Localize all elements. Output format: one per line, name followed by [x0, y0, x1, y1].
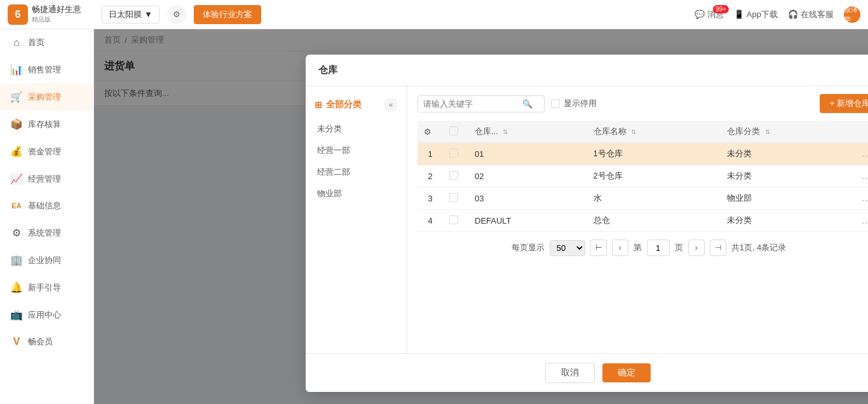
online-service-item[interactable]: 🎧 在线客服	[788, 9, 834, 20]
search-input[interactable]	[423, 99, 519, 109]
sort-icon-code: ⇅	[503, 128, 508, 135]
user-profile[interactable]: 徐泽华	[844, 6, 860, 23]
trial-button[interactable]: 体验行业方案	[194, 5, 261, 24]
gear-button[interactable]: ⚙	[167, 5, 186, 24]
main-content: 首页 / 采购管理 进货单 🖨 打印 导出 ↻ 刷新 查询 设置	[94, 29, 868, 404]
row-code: 01	[468, 143, 587, 165]
row-select-checkbox[interactable]	[449, 171, 458, 180]
category-item-dept2[interactable]: 经营二部	[306, 161, 407, 183]
avatar: 徐泽华	[844, 6, 860, 23]
show-disabled-option[interactable]: 显示停用	[551, 98, 597, 109]
row-more[interactable]: …	[855, 165, 868, 187]
sidebar-item-system[interactable]: ⚙ 系统管理	[0, 219, 93, 246]
more-icon[interactable]: …	[861, 215, 868, 226]
col-category: 仓库分类 ⇅	[721, 121, 855, 143]
store-select[interactable]: 日太阳膜 ▼	[102, 6, 159, 24]
row-category: 未分类	[721, 165, 855, 187]
category-all[interactable]: ⊞ 全部分类	[315, 99, 362, 111]
sidebar-item-basic-info[interactable]: EA 基础信息	[0, 192, 93, 219]
sort-icon-category: ⇅	[765, 128, 770, 135]
col-code: 仓库... ⇅	[468, 121, 587, 143]
row-checkbox[interactable]	[443, 143, 468, 165]
row-code: 03	[468, 187, 587, 210]
modal-title: 仓库	[318, 64, 337, 76]
member-icon: V	[10, 336, 23, 347]
row-checkbox[interactable]	[443, 165, 468, 187]
cancel-button[interactable]: 取消	[545, 363, 595, 383]
sidebar-item-operations[interactable]: 📈 经营管理	[0, 165, 93, 192]
category-item-dept1[interactable]: 经营一部	[306, 140, 407, 161]
warehouse-table: ⚙ 仓库... ⇅ 仓库名称	[417, 121, 868, 232]
modal-header: 仓库 ×	[306, 55, 868, 86]
finance-icon: 💰	[10, 145, 23, 158]
next-page-button[interactable]: ›	[688, 239, 705, 256]
prev-page-button[interactable]: ‹	[612, 239, 628, 256]
last-page-button[interactable]: ⊣	[710, 239, 726, 256]
settings-icon: ⚙	[424, 127, 431, 137]
modal-body: ⊞ 全部分类 « 未分类 经营一部 经营二部 物业部	[306, 86, 868, 353]
col-settings: ⚙	[417, 121, 443, 143]
sidebar-item-member[interactable]: V 畅会员	[0, 328, 93, 355]
table-panel: 🔍 显示停用 + 新增仓库 ⚙	[407, 86, 868, 353]
row-checkbox[interactable]	[443, 210, 468, 232]
first-page-button[interactable]: ⊢	[590, 239, 607, 256]
row-num: 2	[417, 165, 443, 187]
sidebar-item-finance[interactable]: 💰 资金管理	[0, 138, 93, 165]
confirm-button[interactable]: 确定	[602, 363, 651, 382]
row-num: 1	[417, 143, 443, 165]
sales-icon: 📊	[10, 64, 23, 76]
category-item-unclassified[interactable]: 未分类	[306, 118, 407, 140]
modal-footer: 取消 确定	[306, 353, 868, 392]
top-header: 6 畅捷通好生意 精品版 日太阳膜 ▼ ⚙ 体验行业方案 💬 消息 99+ 📱 …	[0, 0, 868, 29]
col-name: 仓库名称 ⇅	[587, 121, 721, 143]
messages-badge: 99+	[713, 5, 729, 13]
table-row[interactable]: 3 03 水 物业部 …	[417, 187, 868, 210]
app-center-icon: 📺	[10, 309, 23, 321]
sidebar-item-sales[interactable]: 📊 销售管理	[0, 56, 93, 83]
inventory-icon: 📦	[10, 118, 23, 130]
messages-item[interactable]: 💬 消息 99+	[695, 9, 724, 20]
app-download-item[interactable]: 📱 App下载	[734, 9, 778, 20]
logo: 6 畅捷通好生意 精品版	[8, 4, 102, 25]
category-item-property[interactable]: 物业部	[306, 183, 407, 205]
sidebar-item-guide[interactable]: 🔔 新手引导	[0, 274, 93, 301]
row-num: 4	[417, 210, 443, 232]
collapse-button[interactable]: «	[384, 98, 398, 112]
page-size-select[interactable]: 50 100	[550, 240, 585, 256]
select-all-checkbox[interactable]	[449, 126, 458, 135]
sidebar-item-purchase[interactable]: 🛒 采购管理	[0, 83, 93, 111]
main-layout: ⌂ 首页 📊 销售管理 🛒 采购管理 📦 库存核算 💰 资金管理 📈 经营管理 …	[0, 29, 868, 404]
row-code: DEFAULT	[468, 210, 587, 232]
table-row[interactable]: 1 01 1号仓库 未分类 …	[417, 143, 868, 165]
table-toolbar: 🔍 显示停用 + 新增仓库	[417, 94, 868, 113]
show-disabled-checkbox[interactable]	[551, 99, 560, 108]
row-more[interactable]: …	[855, 143, 868, 165]
table-row[interactable]: 2 02 2号仓库 未分类 …	[417, 165, 868, 187]
row-more[interactable]: …	[855, 210, 868, 232]
row-name: 2号仓库	[587, 165, 721, 187]
enterprise-icon: 🏢	[10, 254, 23, 266]
header-right: 💬 消息 99+ 📱 App下载 🎧 在线客服 徐泽华	[695, 6, 860, 23]
sort-icon-name: ⇅	[631, 128, 636, 135]
system-icon: ⚙	[10, 227, 23, 239]
row-select-checkbox[interactable]	[449, 193, 458, 202]
sidebar-item-home[interactable]: ⌂ 首页	[0, 29, 93, 56]
more-icon[interactable]: …	[861, 148, 868, 159]
sidebar-item-app-center[interactable]: 📺 应用中心	[0, 301, 93, 328]
table-row[interactable]: 4 DEFAULT 总仓 未分类 …	[417, 210, 868, 232]
more-icon[interactable]: …	[861, 192, 868, 203]
search-icon[interactable]: 🔍	[522, 99, 532, 109]
add-warehouse-button[interactable]: + 新增仓库	[820, 94, 868, 113]
row-checkbox[interactable]	[443, 187, 468, 210]
sidebar-item-enterprise[interactable]: 🏢 企业协同	[0, 246, 93, 274]
row-code: 02	[468, 165, 587, 187]
row-select-checkbox[interactable]	[449, 215, 458, 224]
row-category: 未分类	[721, 210, 855, 232]
row-more[interactable]: …	[855, 187, 868, 210]
more-icon[interactable]: …	[861, 170, 868, 181]
sidebar-item-inventory[interactable]: 📦 库存核算	[0, 111, 93, 138]
row-select-checkbox[interactable]	[449, 149, 458, 158]
pagination: 每页显示 50 100 ⊢ ‹ 第 页 › ⊣ 共1页, 4条记录	[417, 232, 868, 259]
col-checkbox	[443, 121, 468, 143]
page-number-input[interactable]	[647, 239, 670, 256]
